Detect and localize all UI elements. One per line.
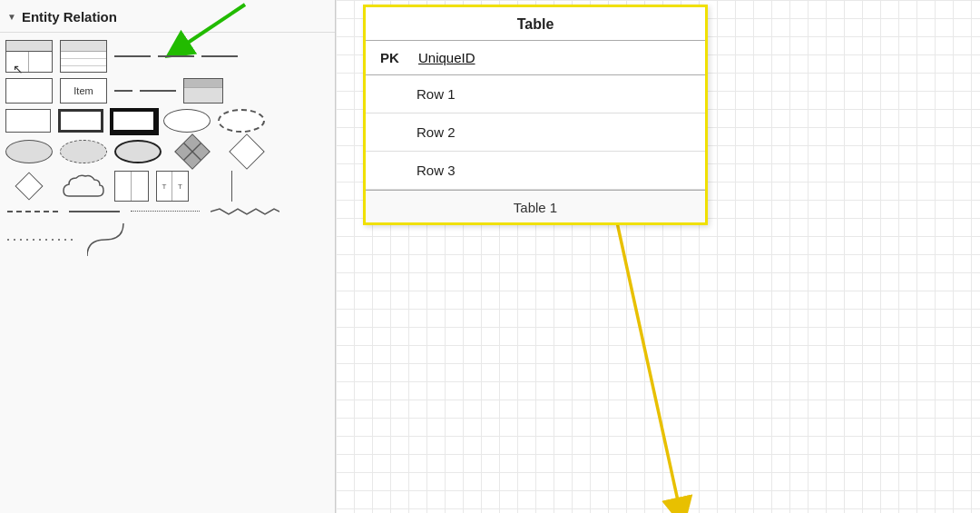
shape-row-4 (5, 138, 329, 165)
line-icon-1 (114, 55, 151, 57)
shape-row-3 (5, 109, 329, 133)
vsplit2-cell[interactable]: T T (156, 171, 189, 202)
oval-plain-icon (163, 109, 211, 133)
vsplit2-icon: T T (156, 171, 189, 202)
table-diagram[interactable]: Table PK UniqueID Row 1 Row 2 Row 3 Tabl… (363, 5, 708, 225)
line-shape-1[interactable] (114, 55, 151, 57)
oval-dotted-cell[interactable] (218, 109, 265, 133)
table-pk-row: PK UniqueID (366, 41, 705, 75)
line-icon-4 (114, 90, 132, 92)
rect-bold-icon (58, 109, 103, 133)
table-row-1[interactable]: Row 1 (366, 75, 705, 113)
dashes2-cell[interactable] (67, 211, 122, 212)
rect-plain-icon (5, 109, 51, 133)
entity-icon-1 (5, 78, 53, 104)
shape-row-7 (5, 222, 329, 258)
dots1-icon (7, 236, 76, 243)
cloud-icon (60, 171, 107, 202)
shapes-grid: ↖ (0, 33, 335, 265)
oval2-icon (5, 140, 53, 163)
line-icon-5 (140, 90, 176, 92)
curve-special-cell[interactable] (85, 222, 140, 258)
entity-shape-1[interactable] (5, 78, 53, 104)
zigzag-cell[interactable] (209, 207, 281, 216)
shape-row-1: ↖ (5, 40, 329, 73)
table-shape-1[interactable]: ↖ (5, 40, 53, 73)
left-panel: ▼ Entity Relation ↖ (0, 0, 336, 513)
line-shape-4[interactable] (114, 90, 132, 92)
vsplit1-cell[interactable] (114, 171, 149, 202)
dots1-cell[interactable] (5, 236, 78, 243)
oval4-icon (114, 140, 162, 163)
diamond-plain-icon (229, 133, 265, 170)
oval2-cell[interactable] (5, 140, 53, 163)
svg-line-5 (617, 222, 681, 513)
rect-plain-cell[interactable] (5, 109, 51, 133)
shape-row-5: T T (5, 171, 329, 202)
vsplit1-icon (114, 171, 149, 202)
table-icon-2 (60, 40, 107, 73)
diamond-x-wrap (169, 138, 216, 165)
table-footer: Table 1 (366, 190, 705, 222)
diamond-x-cell[interactable] (169, 138, 216, 165)
shape-row-6 (5, 207, 329, 216)
table-row-3[interactable]: Row 3 (366, 152, 705, 190)
dashes3-cell[interactable] (129, 211, 201, 212)
line-curve-icon (231, 171, 232, 202)
cursor-icon: ↖ (13, 62, 24, 76)
collapse-icon[interactable]: ▼ (7, 12, 16, 22)
oval3-icon (60, 140, 107, 163)
line-shape-3[interactable] (201, 55, 238, 57)
rect-bold-cell[interactable] (58, 109, 103, 133)
diamond-small-icon (15, 172, 43, 200)
dashes1-icon (7, 211, 58, 212)
curve-special-icon (87, 222, 138, 258)
pk-field: UniqueID (418, 50, 475, 65)
entity-shape-2[interactable] (183, 78, 223, 104)
diamond-small-wrap (5, 173, 53, 200)
oval-dotted-icon (218, 109, 265, 133)
rect-bold2-icon (111, 109, 156, 133)
oval-plain-cell[interactable] (163, 109, 211, 133)
zigzag-icon (211, 207, 279, 216)
item-label-cell[interactable]: Item (60, 78, 107, 104)
line-icon-3 (201, 55, 238, 57)
dashes3-icon (131, 211, 200, 212)
table-title: Table (366, 7, 705, 41)
pk-label: PK (380, 50, 402, 65)
oval4-cell[interactable] (114, 140, 162, 163)
oval3-cell[interactable] (60, 140, 107, 163)
diamond-x-icon (174, 133, 211, 170)
panel-title: Entity Relation (22, 9, 117, 25)
diamond-plain-wrap (223, 138, 270, 165)
entity-icon-2 (60, 78, 107, 104)
cloud-cell[interactable] (60, 171, 107, 202)
entity-relation-header: ▼ Entity Relation (0, 0, 335, 33)
entity-icon-3 (183, 78, 223, 104)
table-row-2[interactable]: Row 2 (366, 113, 705, 152)
table-shape-2[interactable] (60, 40, 107, 73)
line-icon-2 (158, 55, 194, 57)
dashes1-cell[interactable] (5, 211, 60, 212)
line-shape-2[interactable] (158, 55, 194, 57)
diamond-small-cell[interactable] (5, 173, 53, 200)
canvas-area[interactable]: Table PK UniqueID Row 1 Row 2 Row 3 Tabl… (336, 0, 980, 513)
diamond-plain-cell[interactable] (223, 138, 270, 165)
line-curve-cell[interactable] (196, 171, 243, 202)
dashes2-icon (69, 211, 120, 212)
shape-row-2: Item (5, 78, 329, 104)
rect-bold2-cell[interactable] (111, 109, 156, 133)
line-shape-5[interactable] (140, 90, 176, 92)
